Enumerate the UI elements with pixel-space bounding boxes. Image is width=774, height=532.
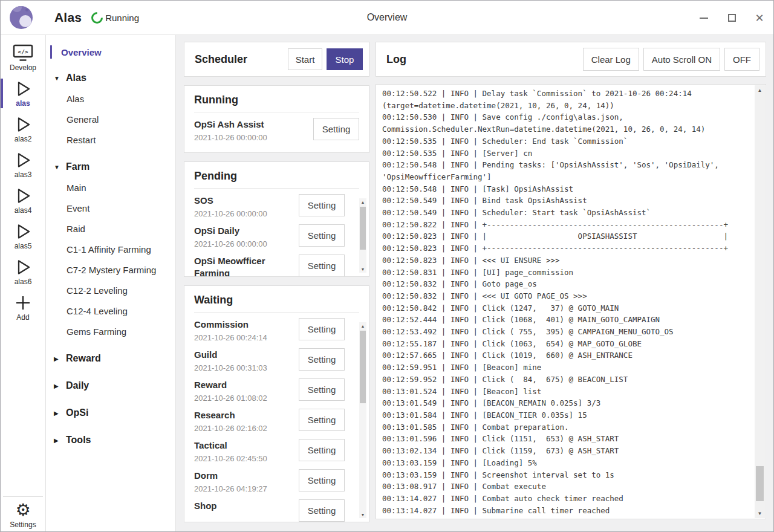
rail-item-alas[interactable]: alas (1, 76, 45, 111)
running-card-title: Running (194, 94, 359, 112)
chevron-right-icon: ▶ (54, 410, 66, 417)
nav-item-alas[interactable]: Alas (46, 88, 175, 109)
task-setting-button[interactable]: Setting (299, 255, 345, 277)
scrollbar-thumb[interactable] (360, 207, 366, 250)
running-task-list: OpSi Ash Assist2021-10-26 00:00:00Settin… (194, 117, 359, 148)
nav-item-general[interactable]: General (46, 109, 175, 129)
nav-group-label: Tools (66, 435, 91, 446)
app-title: Alas (54, 10, 82, 25)
plus-icon (14, 294, 32, 312)
title-bar: Alas Running Overview ✕ (1, 1, 773, 35)
play-icon (14, 151, 32, 169)
main-content: Scheduler Start Stop Running OpSi Ash As… (176, 35, 774, 532)
rail-item-alas6[interactable]: alas6 (1, 254, 45, 290)
pending-scrollbar[interactable]: ▲ ▼ (359, 198, 366, 273)
task-setting-button[interactable]: Setting (299, 194, 345, 216)
running-spinner-icon (89, 10, 105, 26)
rail-item-alas3[interactable]: alas3 (1, 147, 45, 183)
play-icon (14, 258, 32, 276)
log-output: 00:12:50.522 | INFO | Delay task `Commis… (382, 88, 749, 516)
waiting-scrollbar[interactable]: ▲ ▼ (359, 322, 366, 518)
scroll-up-icon[interactable]: ▲ (755, 85, 765, 95)
nav-group-label: Reward (66, 353, 101, 364)
alas-logo-icon (10, 6, 33, 29)
task-item: OpSi Meowfficer FarmingSetting (194, 254, 359, 277)
start-button[interactable]: Start (288, 48, 322, 70)
rail-item-alas4[interactable]: alas4 (1, 183, 45, 218)
nav-group-tools[interactable]: ▶Tools (46, 430, 175, 450)
maximize-button[interactable] (726, 13, 737, 24)
play-icon (14, 115, 32, 134)
chevron-right-icon: ▶ (54, 355, 66, 362)
scroll-down-icon[interactable]: ▼ (359, 265, 366, 273)
task-item: Commission2021-10-26 00:24:14Setting (194, 317, 359, 348)
task-setting-button[interactable]: Setting (299, 318, 345, 340)
rail-item-label: alas2 (15, 135, 32, 143)
task-setting-button[interactable]: Setting (299, 439, 345, 461)
autoscroll-on-button[interactable]: Auto Scroll ON (643, 48, 720, 71)
scroll-down-icon[interactable]: ▼ (755, 508, 765, 518)
waiting-task-list: Commission2021-10-26 00:24:14SettingGuil… (194, 317, 359, 522)
task-item: Reward2021-10-26 01:08:02Setting (194, 378, 359, 408)
task-setting-button[interactable]: Setting (299, 409, 345, 431)
chevron-right-icon: ▶ (54, 437, 66, 444)
rail-item-label: Add (16, 313, 29, 322)
pending-task-list: SOS2021-10-26 00:00:00SettingOpSi Daily2… (194, 193, 359, 277)
scrollbar-thumb[interactable] (756, 466, 764, 501)
nav-item-c12-2-leveling[interactable]: C12-2 Leveling (46, 280, 175, 300)
nav-group-alas[interactable]: ▼Alas (46, 68, 175, 88)
rail-item-settings[interactable]: ⚙ Settings (1, 497, 45, 532)
rail-item-label: alas (16, 99, 30, 108)
scheduler-title: Scheduler (195, 53, 288, 66)
close-button[interactable]: ✕ (754, 13, 765, 24)
autoscroll-off-button[interactable]: OFF (724, 48, 759, 71)
nav-item-restart[interactable]: Restart (46, 129, 175, 150)
waiting-card: Waiting Commission2021-10-26 00:24:14Set… (184, 285, 369, 522)
rail-item-alas5[interactable]: alas5 (1, 218, 45, 254)
nav-group-daily[interactable]: ▶Daily (46, 375, 175, 396)
nav-item-c12-4-leveling[interactable]: C12-4 Leveling (46, 300, 175, 321)
minimize-button[interactable] (698, 13, 709, 24)
app-window: Alas Running Overview ✕ </>Developalasal… (0, 0, 774, 532)
nav-item-event[interactable]: Event (46, 198, 175, 218)
task-item: Guild2021-10-26 00:31:03Setting (194, 348, 359, 378)
rail-item-alas2[interactable]: alas2 (1, 111, 45, 147)
nav-item-c1-1-affinity-farming[interactable]: C1-1 Affinity Farming (46, 239, 175, 259)
nav-item-gems-farming[interactable]: Gems Farming (46, 321, 175, 342)
scroll-up-icon[interactable]: ▲ (359, 322, 366, 329)
task-setting-button[interactable]: Setting (299, 469, 345, 491)
nav-group-reward[interactable]: ▶Reward (46, 348, 175, 369)
task-item: Tactical2021-10-26 02:45:50Setting (194, 438, 359, 469)
rail-item-add[interactable]: Add (1, 290, 45, 325)
stop-button[interactable]: Stop (327, 48, 363, 70)
task-name: Commission (194, 317, 297, 331)
task-setting-button[interactable]: Setting (299, 378, 345, 401)
rail-item-label: alas4 (15, 206, 32, 215)
log-scrollbar[interactable]: ▲ ▼ (755, 85, 765, 518)
nav-item-overview[interactable]: Overview (46, 43, 175, 61)
task-setting-button[interactable]: Setting (299, 224, 345, 247)
pending-card: Pending SOS2021-10-26 00:00:00SettingOpS… (184, 161, 369, 277)
play-icon (14, 222, 32, 241)
task-item: SOS2021-10-26 00:00:00Setting (194, 193, 359, 224)
svg-text:</>: </> (18, 48, 28, 55)
task-setting-button[interactable]: Setting (299, 499, 345, 522)
rail-item-develop[interactable]: </>Develop (1, 40, 45, 76)
task-setting-button[interactable]: Setting (313, 118, 359, 140)
nav-group-farm[interactable]: ▼Farm (46, 157, 175, 177)
nav-item-raid[interactable]: Raid (46, 218, 175, 239)
task-setting-button[interactable]: Setting (299, 348, 345, 371)
log-title: Log (386, 53, 579, 66)
task-name: Guild (194, 348, 297, 361)
scroll-down-icon[interactable]: ▼ (359, 511, 366, 518)
nav-item-c7-2-mystery-farming[interactable]: C7-2 Mystery Farming (46, 259, 175, 280)
clear-log-button[interactable]: Clear Log (583, 48, 639, 71)
scroll-up-icon[interactable]: ▲ (359, 198, 366, 206)
nav-overview-label: Overview (61, 47, 102, 57)
nav-group-opsi[interactable]: ▶OpSi (46, 403, 175, 423)
running-card: Running OpSi Ash Assist2021-10-26 00:00:… (184, 85, 369, 153)
task-name: OpSi Ash Assist (194, 117, 297, 131)
task-item: OpSi Daily2021-10-26 00:00:00Setting (194, 224, 359, 254)
nav-item-main[interactable]: Main (46, 177, 175, 198)
scrollbar-thumb[interactable] (360, 331, 366, 403)
